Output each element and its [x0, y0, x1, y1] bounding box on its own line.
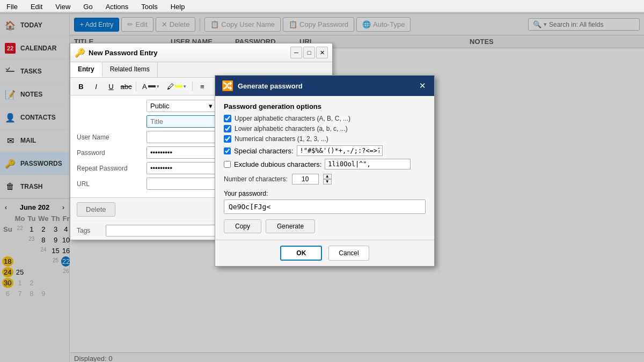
option-exclude: Exclude dubious characters: — [224, 159, 426, 169]
new-password-title: New Password Entry — [89, 49, 158, 57]
num-chars-row: Number of characters: ▲ ▼ — [224, 174, 426, 184]
upper-checkbox[interactable] — [224, 115, 231, 122]
new-password-titlebar: 🔑 New Password Entry ─ □ ✕ — [70, 43, 332, 62]
your-password-label: Your password: — [224, 190, 426, 197]
highlight-color-swatch — [175, 85, 182, 87]
username-field-label: User Name — [77, 134, 147, 141]
visibility-value: Public — [150, 102, 169, 110]
generate-body: Password generation options Upper alphab… — [215, 96, 434, 240]
font-color-label: A — [142, 83, 147, 91]
exclude-label: Exclude dubious characters: — [234, 160, 321, 168]
new-password-maximize[interactable]: □ — [303, 47, 315, 58]
menu-tools[interactable]: Tools — [139, 2, 159, 12]
numerical-label: Numerical characters (1, 2, 3, ...) — [235, 135, 328, 143]
special-label: Special characters: — [234, 147, 294, 155]
italic-button[interactable]: I — [90, 80, 103, 92]
new-password-minimize[interactable]: ─ — [290, 47, 302, 58]
num-chars-label: Number of characters: — [224, 175, 288, 183]
lower-checkbox[interactable] — [224, 125, 231, 132]
gen-cancel-button[interactable]: Cancel — [328, 246, 369, 261]
generate-footer: OK Cancel — [215, 240, 434, 266]
gen-generate-button[interactable]: Generate — [266, 219, 315, 233]
option-numerical: Numerical characters (1, 2, 3, ...) — [224, 135, 426, 143]
menu-help[interactable]: Help — [169, 2, 187, 12]
format-sep-2 — [192, 82, 193, 91]
highlight-icon: 🖊 — [167, 83, 174, 91]
visibility-dropdown[interactable]: Public ▾ — [147, 100, 216, 112]
option-upper: Upper alphabetic characters (A, B, C, ..… — [224, 115, 426, 122]
generate-password-dialog: 🔀 Generate password ✕ Password generatio… — [215, 75, 435, 267]
option-lower: Lower alphabetic characters (a, b, c, ..… — [224, 125, 426, 132]
menu-file[interactable]: File — [4, 2, 20, 12]
option-special: Special characters: — [224, 145, 426, 156]
special-chars-input[interactable] — [297, 145, 383, 156]
tab-related-items[interactable]: Related Items — [103, 62, 158, 77]
menu-actions[interactable]: Actions — [104, 2, 131, 12]
font-color-arrow: ▾ — [157, 84, 159, 89]
gen-action-buttons: Copy Generate — [224, 219, 426, 233]
password-field-label: Password — [77, 149, 147, 157]
new-password-titlebar-left: 🔑 New Password Entry — [75, 48, 158, 58]
num-chars-spinner: ▲ ▼ — [323, 174, 332, 184]
url-field-label: URL — [77, 180, 147, 188]
menu-go[interactable]: Go — [81, 2, 94, 12]
generate-titlebar-left: 🔀 Generate password — [222, 80, 303, 92]
highlight-arrow: ▾ — [184, 84, 186, 89]
generate-title: Generate password — [238, 82, 303, 90]
exclude-checkbox[interactable] — [224, 161, 231, 168]
menu-view[interactable]: View — [53, 2, 72, 12]
num-chars-input[interactable] — [292, 174, 319, 184]
delete-entry-button[interactable]: Delete — [77, 202, 115, 217]
tab-entry[interactable]: Entry — [70, 62, 103, 77]
visibility-dropdown-arrow: ▾ — [209, 102, 213, 110]
numerical-checkbox[interactable] — [224, 135, 231, 143]
generated-password-input[interactable] — [224, 200, 426, 214]
gen-section-title: Password generation options — [224, 102, 426, 110]
list-unordered-button[interactable]: ≡ — [196, 80, 209, 92]
special-checkbox[interactable] — [224, 147, 231, 154]
bold-button[interactable]: B — [75, 80, 87, 92]
new-password-titlebar-buttons: ─ □ ✕ — [290, 47, 328, 58]
new-password-title-icon: 🔑 — [75, 48, 85, 58]
generated-password-section: Your password: — [224, 190, 426, 214]
gen-ok-button[interactable]: OK — [280, 246, 322, 261]
highlight-color-button[interactable]: 🖊 ▾ — [164, 81, 189, 92]
new-password-close[interactable]: ✕ — [316, 47, 328, 58]
generate-close-button[interactable]: ✕ — [417, 80, 428, 91]
menu-edit[interactable]: Edit — [28, 2, 45, 12]
underline-button[interactable]: U — [105, 80, 118, 92]
upper-label: Upper alphabetic characters (A, B, C, ..… — [235, 115, 350, 122]
num-chars-down[interactable]: ▼ — [323, 179, 332, 184]
format-sep-1 — [136, 82, 136, 91]
strikethrough-button[interactable]: abc — [120, 80, 133, 92]
exclude-chars-input[interactable] — [325, 159, 411, 169]
gen-copy-button[interactable]: Copy — [224, 219, 261, 233]
num-chars-up[interactable]: ▲ — [323, 174, 332, 179]
generate-title-icon: 🔀 — [222, 80, 233, 92]
font-color-swatch — [148, 85, 156, 87]
font-color-button[interactable]: A ▾ — [140, 81, 162, 92]
repeat-password-label: Repeat Password — [77, 165, 147, 172]
lower-label: Lower alphabetic characters (a, b, c, ..… — [235, 125, 348, 132]
footer-left: Delete — [77, 202, 115, 217]
generate-titlebar: 🔀 Generate password ✕ — [215, 76, 434, 96]
tags-label: Tags — [77, 227, 104, 234]
